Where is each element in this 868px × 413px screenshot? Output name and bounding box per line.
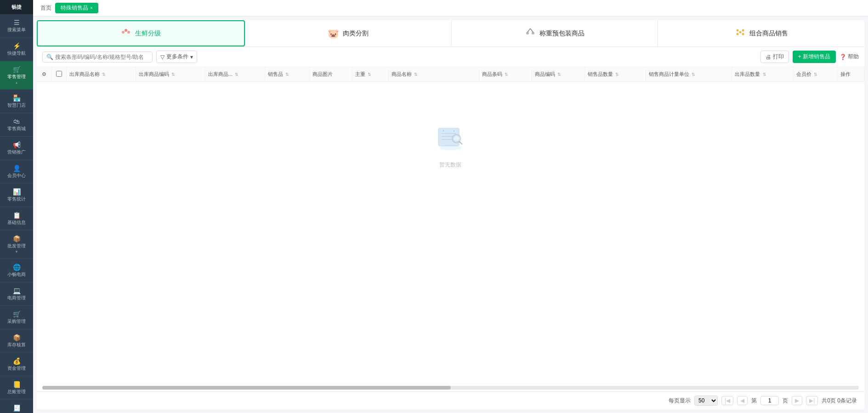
sidebar-item-retail-stats[interactable]: 📊 零售统计 bbox=[0, 184, 33, 207]
sidebar-item-invoice-manage[interactable]: 🧾 发票管理 bbox=[0, 400, 33, 413]
cat-tab-fresh-grade[interactable]: 生鲜分级 bbox=[37, 20, 245, 46]
cat-tab-meat-cut[interactable]: 🐷 肉类分割 bbox=[245, 20, 452, 46]
retail-manage-arrow: ▲ bbox=[15, 80, 18, 85]
data-table: ⚙ 出库商品名称 ⇅ 出库商品编码 ⇅ bbox=[37, 67, 864, 206]
cat-tab-weigh-pack-label: 称重预包装商品 bbox=[539, 29, 584, 38]
wholesale-arrow: ▼ bbox=[15, 250, 18, 254]
sidebar-item-finance-manage[interactable]: 💰 资金管理 bbox=[0, 353, 33, 376]
help-button[interactable]: ❓ 帮助 bbox=[840, 53, 859, 61]
search-icon: 🔍 bbox=[46, 54, 53, 60]
th-goods-code[interactable]: 商品编码 ⇅ bbox=[532, 67, 585, 82]
svg-point-21 bbox=[443, 130, 444, 132]
sidebar-item-smart-store[interactable]: 🏪 智慧门店 bbox=[0, 90, 33, 113]
th-goods-barcode[interactable]: 商品条码 ⇅ bbox=[479, 67, 532, 82]
th-out-goods-name[interactable]: 出库商品名称 ⇅ bbox=[66, 67, 136, 82]
retail-manage-icon: 🛒 bbox=[13, 66, 21, 73]
sort-icon: ⇅ bbox=[171, 72, 175, 77]
page-size-select[interactable]: 50 100 200 bbox=[694, 396, 718, 406]
th-settings[interactable]: ⚙ bbox=[37, 67, 51, 82]
sidebar-item-ledger-manage[interactable]: 📒 总账管理 bbox=[0, 376, 33, 400]
close-tab-icon[interactable]: × bbox=[90, 6, 93, 11]
sidebar-item-retail-manage[interactable]: 🛒 零售管理 ▲ bbox=[0, 61, 33, 90]
sidebar-item-member-center[interactable]: 👤 会员中心 bbox=[0, 160, 33, 184]
th-main-weight[interactable]: 主重 ⇅ bbox=[352, 67, 389, 82]
sidebar-logo: 畅捷 bbox=[0, 0, 33, 14]
first-page-button[interactable]: |◀ bbox=[721, 396, 733, 405]
ecom-manage-icon: 💻 bbox=[13, 287, 21, 294]
ledger-icon: 📒 bbox=[13, 381, 21, 388]
th-goods-name[interactable]: 商品名称 ⇅ bbox=[389, 67, 479, 82]
sort-icon: ⇅ bbox=[368, 72, 371, 77]
page-size-label: 每页显示 bbox=[669, 397, 691, 405]
table-header-row: ⚙ 出库商品名称 ⇅ 出库商品编码 ⇅ bbox=[37, 67, 864, 82]
svg-line-20 bbox=[460, 142, 462, 144]
prev-page-button[interactable]: ◀ bbox=[737, 396, 748, 405]
sidebar-item-small-ecom[interactable]: 🌐 小畅电商 bbox=[0, 259, 33, 282]
filter-icon: ▽ bbox=[160, 54, 165, 60]
th-sale-unit[interactable]: 销售商品计量单位 ⇅ bbox=[646, 67, 732, 82]
sort-icon: ⇅ bbox=[414, 72, 418, 77]
purchase-icon: 🛒 bbox=[13, 310, 21, 318]
th-goods-image: 商品图片 bbox=[309, 67, 352, 82]
th-member-price[interactable]: 会员价 ⇅ bbox=[793, 67, 838, 82]
sidebar-item-quick-nav[interactable]: ⚡ 快捷导航 bbox=[0, 38, 33, 61]
sort-icon: ⇅ bbox=[235, 72, 238, 77]
sort-icon: ⇅ bbox=[505, 72, 508, 77]
svg-line-3 bbox=[528, 29, 530, 32]
search-input[interactable] bbox=[55, 54, 148, 60]
filter-button[interactable]: ▽ 更多条件 ▾ bbox=[156, 51, 197, 63]
th-sale-qty[interactable]: 销售品数量 ⇅ bbox=[585, 67, 646, 82]
cat-tab-combo-sell[interactable]: 组合商品销售 bbox=[658, 20, 864, 46]
cat-tab-meat-cut-label: 肉类分割 bbox=[343, 29, 369, 38]
basic-info-icon: 📋 bbox=[13, 212, 21, 219]
sort-icon: ⇅ bbox=[814, 72, 817, 77]
total-info: 共0页 0条记录 bbox=[822, 397, 857, 405]
th-out-qty[interactable]: 出库品数量 ⇅ bbox=[732, 67, 793, 82]
print-icon: 🖨 bbox=[766, 54, 771, 60]
next-page-button[interactable]: ▶ bbox=[792, 396, 802, 405]
page-number-input[interactable] bbox=[760, 396, 779, 405]
sort-icon: ⇅ bbox=[615, 72, 619, 77]
filter-arrow-icon: ▾ bbox=[190, 54, 193, 60]
horizontal-scroll[interactable] bbox=[42, 386, 859, 390]
table-wrap: ⚙ 出库商品名称 ⇅ 出库商品编码 ⇅ bbox=[37, 67, 864, 384]
sidebar-item-sales-promo[interactable]: 📢 营销推广 bbox=[0, 137, 33, 160]
sidebar-item-purchase-manage[interactable]: 🛒 采购管理 bbox=[0, 306, 33, 329]
sort-icon: ⇅ bbox=[692, 72, 695, 77]
retail-stats-icon: 📊 bbox=[13, 188, 21, 195]
sidebar-item-inventory-check[interactable]: 📦 库存核算 bbox=[0, 329, 33, 353]
th-out-goods-more[interactable]: 出库商品... ⇅ bbox=[205, 67, 265, 82]
sort-icon: ⇅ bbox=[102, 72, 106, 77]
topbar-active-tab[interactable]: 特殊销售品 × bbox=[55, 3, 98, 13]
th-checkbox[interactable] bbox=[51, 67, 66, 82]
invoice-icon: 🧾 bbox=[13, 404, 21, 412]
help-icon: ❓ bbox=[840, 54, 846, 60]
sidebar: 畅捷 ☰ 搜索菜单 ⚡ 快捷导航 🛒 零售管理 ▲ 🏪 智慧门店 🛍 零售商城 … bbox=[0, 0, 33, 413]
svg-point-10 bbox=[736, 33, 738, 35]
toolbar-right: 🖨 打印 + 新增销售品 ❓ 帮助 bbox=[760, 51, 859, 63]
print-button[interactable]: 🖨 打印 bbox=[760, 51, 789, 63]
select-all-checkbox[interactable] bbox=[56, 71, 62, 77]
sidebar-item-search-menu[interactable]: ☰ 搜索菜单 bbox=[0, 14, 33, 38]
svg-point-0 bbox=[122, 31, 125, 34]
page-body: 生鲜分级 🐷 肉类分割 称重预包装商品 bbox=[37, 20, 864, 409]
sort-icon: ⇅ bbox=[285, 72, 289, 77]
last-page-button[interactable]: ▶| bbox=[806, 396, 818, 405]
sidebar-item-basic-info[interactable]: 📋 基础信息 bbox=[0, 207, 33, 230]
svg-point-8 bbox=[739, 31, 741, 34]
search-menu-icon: ☰ bbox=[14, 19, 20, 26]
horizontal-scroll-thumb[interactable] bbox=[42, 386, 451, 390]
cat-tab-weigh-pack[interactable]: 称重预包装商品 bbox=[452, 20, 658, 46]
topbar-home-link[interactable]: 首页 bbox=[40, 4, 51, 12]
th-sale-goods[interactable]: 销售品 ⇅ bbox=[265, 67, 309, 82]
th-out-goods-code[interactable]: 出库商品编码 ⇅ bbox=[136, 67, 205, 82]
empty-state-row: 暂无数据 bbox=[37, 82, 864, 206]
add-sales-button[interactable]: + 新增销售品 bbox=[793, 51, 836, 63]
svg-point-6 bbox=[532, 32, 534, 34]
combo-sell-icon bbox=[735, 28, 746, 39]
empty-state: 暂无数据 bbox=[37, 82, 864, 206]
category-tabs: 生鲜分级 🐷 肉类分割 称重预包装商品 bbox=[37, 20, 864, 47]
sidebar-item-wholesale-manage[interactable]: 📦 批发管理 ▼ bbox=[0, 230, 33, 259]
sidebar-item-retail-mall[interactable]: 🛍 零售商城 bbox=[0, 113, 33, 137]
sidebar-item-ecom-manage[interactable]: 💻 电商管理 bbox=[0, 282, 33, 306]
